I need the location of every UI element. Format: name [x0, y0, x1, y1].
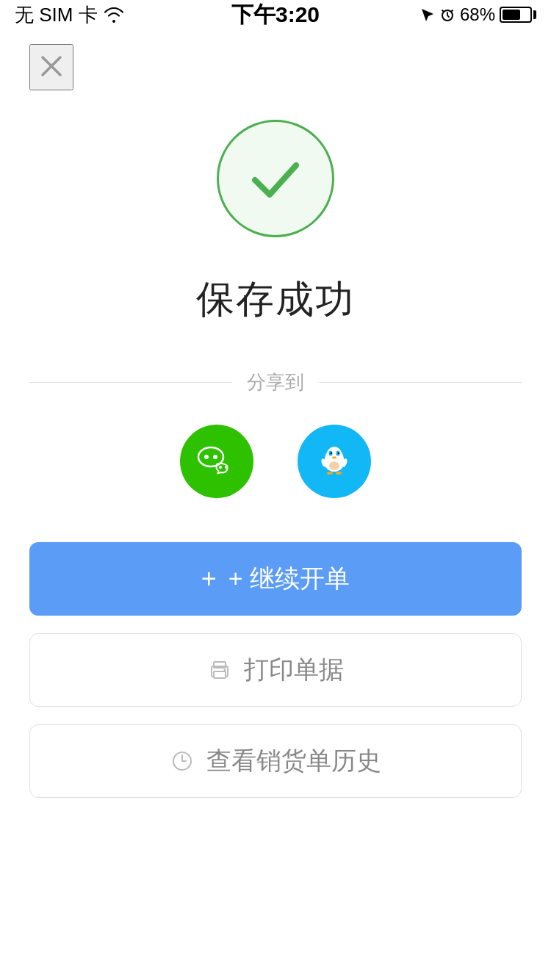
- success-title: 保存成功: [196, 274, 355, 325]
- status-bar: 无 SIM 卡 下午3:20 68%: [0, 0, 551, 29]
- svg-point-18: [336, 472, 342, 475]
- wifi-icon: [104, 7, 124, 23]
- svg-point-13: [338, 453, 340, 455]
- status-time: 下午3:20: [231, 0, 320, 30]
- actions-section: + + 继续开单 打印单据 查看销货单历史: [29, 542, 522, 798]
- svg-point-12: [331, 453, 333, 455]
- svg-point-16: [329, 461, 339, 470]
- qq-share-button[interactable]: [298, 425, 371, 498]
- status-right: 68%: [420, 4, 536, 25]
- battery-percent: 68%: [460, 4, 495, 25]
- continue-label: + 继续开单: [228, 562, 350, 596]
- battery-icon: [500, 7, 536, 23]
- share-section: 分享到: [29, 370, 522, 498]
- history-icon: [170, 749, 195, 774]
- checkmark-icon: [246, 149, 305, 208]
- continue-button[interactable]: + + 继续开单: [29, 542, 522, 616]
- close-button[interactable]: [29, 44, 73, 90]
- svg-point-5: [213, 455, 217, 459]
- print-label: 打印单据: [244, 653, 344, 687]
- share-icons-row: [29, 425, 522, 498]
- history-label: 查看销货单历史: [206, 744, 381, 778]
- share-label: 分享到: [247, 370, 304, 395]
- status-left: 无 SIM 卡: [15, 2, 124, 28]
- history-button[interactable]: 查看销货单历史: [29, 724, 522, 798]
- print-button[interactable]: 打印单据: [29, 633, 522, 707]
- success-circle: [217, 120, 334, 237]
- alarm-icon: [439, 7, 455, 23]
- wechat-share-button[interactable]: [180, 425, 253, 498]
- svg-point-6: [219, 466, 222, 469]
- location-icon: [420, 7, 435, 22]
- divider-right: [319, 382, 522, 383]
- close-icon: [38, 53, 65, 79]
- svg-point-7: [225, 466, 228, 469]
- divider-left: [29, 382, 232, 383]
- no-sim-text: 无 SIM 卡: [15, 2, 98, 28]
- svg-rect-23: [214, 671, 226, 678]
- main-content: 保存成功 分享到: [0, 29, 551, 980]
- continue-plus-icon: +: [201, 563, 217, 594]
- wechat-icon: [196, 441, 237, 482]
- qq-icon: [314, 441, 355, 482]
- svg-point-4: [204, 455, 209, 459]
- print-icon: [207, 657, 232, 682]
- svg-point-24: [224, 669, 226, 671]
- share-divider-row: 分享到: [29, 370, 522, 395]
- svg-point-17: [327, 472, 333, 475]
